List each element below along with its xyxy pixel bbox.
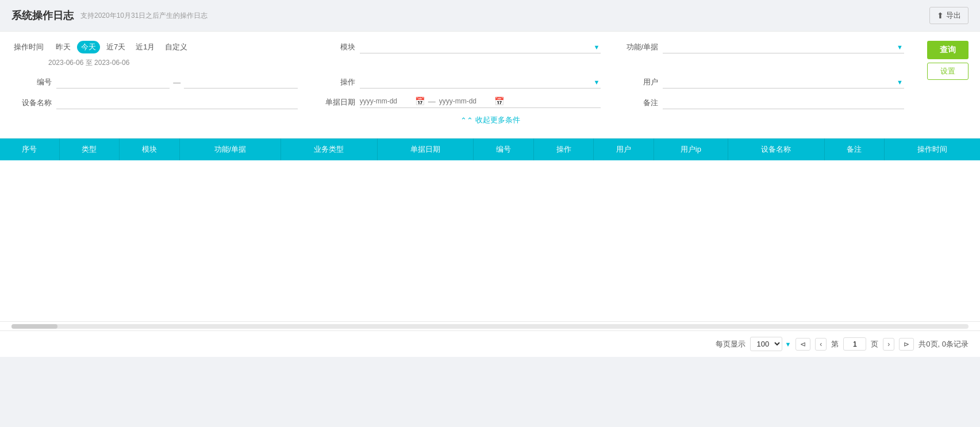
page-title: 系统操作日志 — [11, 9, 74, 22]
table-header-cell: 用户ip — [654, 139, 728, 160]
table-header-cell: 操作时间 — [884, 139, 980, 160]
module-label: 模块 — [315, 42, 355, 52]
prev-page-button[interactable]: ‹ — [815, 338, 827, 351]
empty-area — [0, 160, 980, 321]
table-header-cell: 备注 — [824, 139, 884, 160]
table-header-cell: 业务类型 — [281, 139, 378, 160]
time-filter: 操作时间 昨天 今天 近7天 近1月 自定义 2023-06-06 至 2023… — [11, 41, 298, 68]
table-header-cell: 模块 — [120, 139, 179, 160]
table-header-row: 序号类型模块功能/单据业务类型单据日期编号操作用户用户ip设备名称备注操作时间 — [0, 139, 980, 160]
1month-btn[interactable]: 近1月 — [132, 41, 159, 53]
device-label: 设备名称 — [11, 98, 52, 108]
number-label: 编号 — [11, 77, 52, 87]
operation-label: 操作 — [315, 77, 355, 87]
dropdown-arrow-icon: ▼ — [785, 341, 791, 348]
table-header-cell: 序号 — [0, 139, 59, 160]
pagination-bar: 每页显示 100 50 20 ▼ ⊲ ‹ 第 页 › ⊳ 共0页, 0条记录 — [0, 330, 980, 357]
page-size-label: 每页显示 — [716, 339, 745, 349]
date-separator: — — [428, 97, 436, 106]
calendar-from-icon[interactable]: 📅 — [415, 97, 425, 106]
calendar-to-icon[interactable]: 📅 — [494, 97, 504, 106]
page-header: 系统操作日志 支持2020年10月31日之后产生的操作日志 ⬆ 导出 — [0, 0, 980, 31]
device-input[interactable] — [56, 97, 298, 109]
filter-panel: 操作时间 昨天 今天 近7天 近1月 自定义 2023-06-06 至 2023… — [0, 31, 980, 139]
action-buttons: 查询 设置 — [927, 41, 969, 80]
function-filter: 功能/单据 ▼ — [618, 41, 904, 53]
next-page-button[interactable]: › — [883, 338, 894, 351]
module-filter: 模块 ▼ — [315, 41, 601, 53]
date-filter: 单据日期 📅 — 📅 — [315, 97, 601, 108]
first-page-button[interactable]: ⊲ — [795, 338, 810, 351]
scrollbar-area[interactable] — [0, 321, 980, 330]
last-page-button[interactable]: ⊳ — [899, 338, 914, 351]
today-btn[interactable]: 今天 — [77, 41, 100, 53]
number-from-input[interactable] — [56, 76, 170, 89]
date-from-input[interactable] — [360, 97, 412, 105]
table-header-cell: 用户 — [594, 139, 654, 160]
user-filter: 用户 ▼ — [618, 76, 904, 89]
module-select[interactable] — [360, 41, 601, 53]
page-subtitle: 支持2020年10月31日之后产生的操作日志 — [80, 11, 207, 21]
scrollbar-thumb[interactable] — [11, 324, 57, 329]
collapse-up-icon: ⌃⌃ — [460, 116, 473, 125]
yesterday-btn[interactable]: 昨天 — [52, 41, 75, 53]
settings-button[interactable]: 设置 — [927, 63, 969, 80]
page-suffix: 页 — [871, 339, 878, 349]
page-size-select[interactable]: 100 50 20 — [750, 337, 782, 351]
table-header-cell: 功能/单据 — [179, 139, 280, 160]
7days-btn[interactable]: 近7天 — [102, 41, 129, 53]
page-label: 第 — [831, 339, 839, 349]
remark-label: 备注 — [618, 98, 658, 108]
function-label: 功能/单据 — [618, 42, 658, 52]
number-separator: — — [173, 78, 180, 87]
data-table: 序号类型模块功能/单据业务类型单据日期编号操作用户用户ip设备名称备注操作时间 — [0, 139, 980, 160]
user-select[interactable] — [663, 76, 904, 88]
date-to-input[interactable] — [439, 97, 491, 105]
table-header-cell: 编号 — [474, 139, 533, 160]
operation-filter: 操作 ▼ — [315, 76, 601, 89]
date-label: 单据日期 — [315, 97, 355, 107]
export-icon: ⬆ — [937, 11, 944, 20]
table-container: 序号类型模块功能/单据业务类型单据日期编号操作用户用户ip设备名称备注操作时间 — [0, 139, 980, 321]
collapse-label: 收起更多条件 — [475, 115, 520, 125]
table-header-cell: 设备名称 — [728, 139, 824, 160]
remark-filter: 备注 — [618, 97, 904, 109]
time-range-display: 2023-06-06 至 2023-06-06 — [48, 58, 298, 68]
table-header-cell: 类型 — [59, 139, 119, 160]
collapse-button[interactable]: ⌃⌃ 收起更多条件 — [11, 111, 969, 129]
user-label: 用户 — [618, 77, 658, 87]
table-header-cell: 单据日期 — [377, 139, 474, 160]
function-select[interactable] — [663, 41, 904, 53]
operation-select[interactable] — [360, 76, 601, 88]
page-number-input[interactable] — [843, 337, 866, 351]
query-button[interactable]: 查询 — [927, 41, 969, 59]
table-header-cell: 操作 — [533, 139, 593, 160]
remark-input[interactable] — [663, 97, 904, 109]
custom-btn[interactable]: 自定义 — [161, 41, 191, 53]
scrollbar-track — [11, 324, 969, 329]
number-to-input[interactable] — [184, 76, 297, 89]
time-label: 操作时间 — [11, 42, 44, 52]
number-filter: 编号 — — [11, 76, 298, 89]
device-filter: 设备名称 — [11, 97, 298, 109]
export-button[interactable]: ⬆ 导出 — [929, 7, 969, 24]
page-summary: 共0页, 0条记录 — [918, 339, 969, 349]
